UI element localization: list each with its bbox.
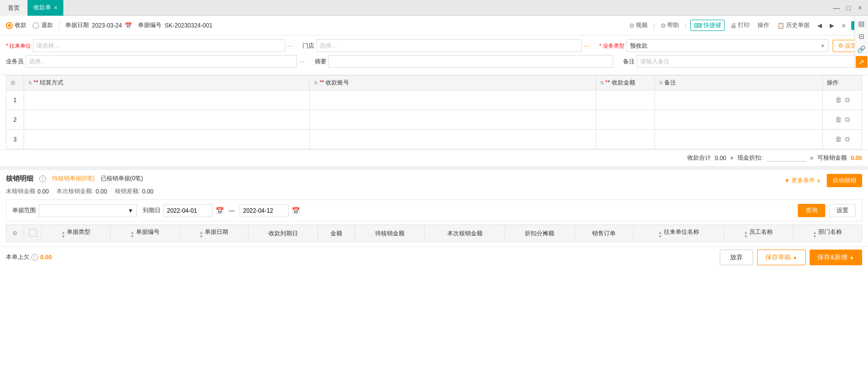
counterpart-more-btn[interactable]: ···: [287, 42, 293, 50]
sidebar-table-icon[interactable]: ▤: [856, 18, 868, 29]
tab-close-btn[interactable]: ×: [54, 5, 57, 11]
video-btn[interactable]: ⊙ 视频: [627, 20, 650, 30]
bottom-bar-right: 放弃 保存草稿 ▲ 保存&新增 ▲: [720, 250, 862, 265]
col-duedate-header: 收款到期日: [248, 225, 318, 242]
row3-notes[interactable]: [654, 130, 822, 149]
date-to-input[interactable]: [240, 204, 289, 217]
col-dept-header: ▲▼ 部门名称: [793, 225, 862, 242]
table-gear-icon[interactable]: ⚙: [10, 80, 16, 86]
close-btn[interactable]: ×: [856, 4, 864, 12]
pending-tab[interactable]: 待核销单据(0笔): [52, 174, 95, 183]
row2-amount[interactable]: [596, 110, 654, 130]
calendar-icon[interactable]: 📅: [125, 22, 132, 29]
more-filter-label: 更多条件: [791, 176, 815, 185]
col-discount-header: 折扣分摊额: [505, 225, 575, 242]
sort-dept: ▲▼: [813, 231, 817, 239]
save-btn[interactable]: 保存&新增 ▲: [810, 250, 862, 265]
auto-verif-btn[interactable]: 自动核销: [827, 174, 862, 187]
draft-btn[interactable]: 保存草稿 ▲: [757, 250, 806, 265]
row2-copy-icon[interactable]: ⧉: [845, 115, 850, 124]
history-btn[interactable]: 📋 历史单据: [775, 20, 812, 30]
agent-input[interactable]: [26, 55, 297, 68]
filter-settings-btn[interactable]: 设置: [829, 204, 856, 217]
row2-notes[interactable]: [654, 110, 822, 130]
abandon-btn[interactable]: 放弃: [720, 250, 753, 265]
save-label: 保存&新增: [817, 253, 847, 262]
radio-receipt-label: 收款: [15, 21, 27, 29]
unchecked-value: 0.00: [37, 188, 49, 195]
verif-info-icon[interactable]: i: [39, 175, 46, 182]
verification-table: ⚙ ▲▼ 单据类型 ▲▼ 单据编号: [6, 224, 862, 242]
col-setting-header: ⚙: [6, 76, 24, 90]
table-wrapper: ⚙ ⇅ ** 结算方式 ⇅ ** 收款账号 ⇅ ** 收款金额: [6, 75, 862, 149]
next-btn[interactable]: ▶: [828, 21, 836, 30]
agent-more-btn[interactable]: ···: [299, 57, 305, 65]
form-row-1: * 往来单位 ··· 门店 ··· * 业务类型 预收款 ▼ ⚙: [6, 39, 862, 52]
radio-refund[interactable]: 退款: [32, 21, 53, 29]
operation-btn[interactable]: 操作: [756, 20, 771, 30]
bottom-table-gear-icon[interactable]: ⚙: [12, 230, 18, 237]
row1-notes[interactable]: [654, 90, 822, 110]
store-label: 门店: [302, 42, 314, 50]
unchecked-stat: 未核销金额 0.00: [6, 187, 49, 196]
date-from-input[interactable]: [163, 204, 213, 217]
summary-input[interactable]: [328, 55, 614, 68]
date-from-icon[interactable]: 📅: [216, 207, 224, 215]
sidebar-link-icon[interactable]: 🔗: [856, 43, 868, 55]
amount-hint-icon[interactable]: i: [31, 254, 38, 261]
row3-amount[interactable]: [596, 130, 654, 149]
more-filter-btn[interactable]: ▼ 更多条件 ∧: [784, 176, 821, 185]
prev-btn[interactable]: ◀: [815, 21, 824, 30]
minimize-btn[interactable]: —: [833, 4, 841, 12]
row1-amount[interactable]: [596, 90, 654, 110]
docno-label: 单据编号: [138, 21, 162, 29]
total-label: 收款合计: [687, 154, 711, 162]
tab-home[interactable]: 首页: [0, 0, 27, 16]
row2-settlement[interactable]: [24, 110, 310, 130]
maximize-btn[interactable]: □: [844, 4, 852, 12]
col-checkbox-header: [24, 225, 42, 242]
range-select[interactable]: ▼: [39, 204, 137, 217]
row1-no: 1: [6, 90, 24, 110]
bottom-table-wrapper: ⚙ ▲▼ 单据类型 ▲▼ 单据编号: [6, 224, 862, 242]
notes-input[interactable]: [637, 55, 862, 68]
col-staff-header: ▲▼ 员工名称: [724, 225, 793, 242]
print-icon: 🖨: [731, 22, 736, 29]
row1-account[interactable]: [310, 90, 596, 110]
sidebar-list-icon[interactable]: ⊟: [856, 30, 868, 42]
row2-delete-icon[interactable]: 🗑: [835, 115, 842, 124]
business-type-field: * 业务类型 预收款 ▼: [599, 39, 829, 52]
store-more-btn[interactable]: ···: [584, 42, 590, 50]
done-tab[interactable]: 已核销单据(0笔): [101, 174, 143, 183]
sidebar-expand-icon[interactable]: ↗: [856, 56, 868, 68]
print-btn[interactable]: 🖨 打印: [729, 20, 752, 30]
row1-settlement[interactable]: [24, 90, 310, 110]
tab-receipt[interactable]: 收款单 ×: [27, 0, 63, 16]
radio-receipt[interactable]: 收款: [6, 21, 27, 29]
help-btn[interactable]: ⊙ 帮助: [659, 20, 681, 30]
row2-account[interactable]: [310, 110, 596, 130]
due-label: 到期日: [143, 206, 161, 215]
bottom-bar: 本单上欠 i 0.00 放弃 保存草稿 ▲ 保存&新增 ▲: [0, 246, 868, 268]
date-to-icon[interactable]: 📅: [292, 207, 300, 215]
toolbar-divider1: [59, 21, 59, 30]
diff-stat: 核销差额: 0.00: [115, 187, 154, 196]
shortcut-btn[interactable]: ⌨ 快捷键: [690, 20, 725, 31]
list-view-btn[interactable]: ≡: [840, 21, 847, 30]
store-input[interactable]: [316, 39, 582, 52]
counterpart-input[interactable]: [33, 39, 285, 52]
row3-delete-icon[interactable]: 🗑: [835, 135, 842, 143]
business-type-select[interactable]: 预收款 ▼: [626, 39, 829, 52]
col-settlement-header: ⇅ ** 结算方式: [24, 76, 310, 90]
date-label: 单据日期: [65, 21, 89, 29]
row3-settlement[interactable]: [24, 130, 310, 149]
query-btn[interactable]: 查询: [798, 204, 825, 217]
verif-stats: 未核销金额 0.00 本次核销金额: 0.00 核销差额: 0.00: [6, 187, 862, 196]
row1-delete-icon[interactable]: 🗑: [835, 96, 842, 104]
discount-input[interactable]: [767, 154, 806, 162]
select-all-checkbox[interactable]: [29, 229, 37, 237]
col-doctype-header: ▲▼ 单据类型: [42, 225, 110, 242]
row3-copy-icon[interactable]: ⧉: [845, 135, 850, 143]
row3-account[interactable]: [310, 130, 596, 149]
row1-copy-icon[interactable]: ⧉: [845, 96, 850, 104]
